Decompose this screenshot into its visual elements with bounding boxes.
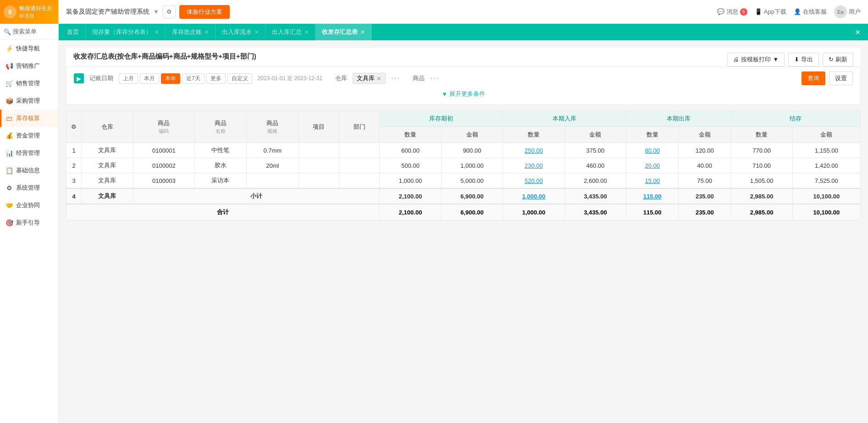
date-btn-this-year[interactable]: 本年 <box>161 73 180 84</box>
col-opening-amt-header: 金额 <box>441 127 503 143</box>
date-btn-7days[interactable]: 近7天 <box>182 73 205 84</box>
col-settings-header[interactable]: ⚙ <box>66 111 82 143</box>
goods-more-btn[interactable]: ··· <box>430 74 439 82</box>
col-warehouse-header: 仓库 <box>82 111 133 143</box>
dropdown-arrow-icon: ▼ <box>153 8 159 15</box>
col-opening-qty-header: 数量 <box>380 127 441 143</box>
top-header: 装备及固定资产辅助管理系统 ▼ ⚙ 体验行业方案 💬 消息 6 📱 App下载 … <box>59 0 868 24</box>
table-row: 3 文具库 0100003 采访本 1,000.00 5,000.00 520.… <box>66 173 861 189</box>
sidebar-item-operation[interactable]: 📊 经营管理 <box>0 144 58 162</box>
refresh-icon: ↻ <box>829 56 834 63</box>
purchase-icon: 📦 <box>5 97 13 105</box>
row-closing-qty: 710.00 <box>731 158 792 173</box>
col-period-in-header: 本期入库 <box>503 111 626 127</box>
filter-collapse-btn[interactable]: ▶ <box>74 73 84 83</box>
config-button[interactable]: ⚙ <box>163 5 176 18</box>
sidebar-item-quick-nav[interactable]: ⚡ 快捷导航 <box>0 40 58 57</box>
row-in-qty[interactable]: 230.00 <box>503 158 564 173</box>
sidebar-item-system[interactable]: ⚙ 系统管理 <box>0 179 58 197</box>
warehouse-filter-tag[interactable]: 文具库 ✕ <box>353 73 386 84</box>
col-department-header: 部门 <box>339 111 380 143</box>
sidebar-item-enterprise[interactable]: 🤝 企业协同 <box>0 197 58 214</box>
tab-close-inventory-dist[interactable]: ✕ <box>155 29 159 35</box>
sidebar-item-sales[interactable]: 🛒 销售管理 <box>0 75 58 92</box>
tab-batch[interactable]: 库存批次账 ✕ <box>166 24 216 40</box>
sidebar-nav: ⚡ 快捷导航 📢 营销推广 🛒 销售管理 📦 采购管理 🗃 库存核算 💰 资金管… <box>0 40 58 423</box>
tab-recv-send-summary[interactable]: 收发存汇总表 ✕ <box>315 24 371 40</box>
online-service-button[interactable]: 👤 在线客服 <box>794 8 827 16</box>
col-settings-icon[interactable]: ⚙ <box>71 123 77 130</box>
col-closing-amt-header: 金额 <box>792 127 860 143</box>
sidebar-item-marketing[interactable]: 📢 营销推广 <box>0 57 58 75</box>
messages-button[interactable]: 💬 消息 6 <box>717 8 747 16</box>
row-in-qty[interactable]: 250.00 <box>503 143 564 158</box>
subtotal-no: 4 <box>66 188 82 204</box>
user-menu[interactable]: Ea 用户 <box>834 5 861 18</box>
sidebar-item-basic-info[interactable]: 📋 基础信息 <box>0 162 58 179</box>
row-closing-amt: 7,525.00 <box>792 173 860 189</box>
row-out-qty[interactable]: 15.00 <box>626 173 679 189</box>
expand-conditions-btn[interactable]: ▼ 展开更多条件 <box>74 88 853 100</box>
col-closing-header: 结存 <box>731 111 861 127</box>
avatar: Ea <box>834 5 847 18</box>
subtotal-closing-qty: 2,985.00 <box>731 188 792 204</box>
print-button[interactable]: 🖨 按模板打印 ▼ <box>727 53 785 66</box>
tab-inventory-dist[interactable]: 现存量（库存分布表） ✕ <box>86 24 166 40</box>
sidebar-item-purchase[interactable]: 📦 采购管理 <box>0 92 58 110</box>
tab-close-inout-summary[interactable]: ✕ <box>304 29 309 35</box>
date-btn-last-month[interactable]: 上月 <box>119 73 138 84</box>
sidebar: 6 畅捷通好生意 标准版 🔍 搜索菜单 ⚡ 快捷导航 📢 营销推广 🛒 销售管理… <box>0 0 59 423</box>
operation-icon: 📊 <box>5 149 13 157</box>
total-opening-amt: 6,900.00 <box>441 204 503 220</box>
subtotal-in-qty[interactable]: 1,000.00 <box>503 188 564 204</box>
warehouse-tag-close[interactable]: ✕ <box>376 75 381 82</box>
tab-bar: 首页 现存量（库存分布表） ✕ 库存批次账 ✕ 出入库流水 ✕ 出入库汇总 ✕ … <box>59 24 868 40</box>
total-row: 合计 2,100.00 6,900.00 1,000.00 3,435.00 1… <box>66 204 861 220</box>
tab-home[interactable]: 首页 <box>61 24 86 40</box>
basic-info-icon: 📋 <box>5 166 13 175</box>
finance-icon: 💰 <box>5 132 13 140</box>
tab-close-recv-send[interactable]: ✕ <box>360 29 365 35</box>
sidebar-item-inventory[interactable]: 🗃 库存核算 <box>0 110 58 127</box>
goods-label: 商品 <box>413 74 425 82</box>
row-in-amt: 375.00 <box>564 143 626 158</box>
app-download-button[interactable]: 📱 App下载 <box>755 8 786 16</box>
total-closing-qty: 2,985.00 <box>731 204 792 220</box>
subtotal-warehouse: 文具库 <box>82 188 133 204</box>
date-btn-more[interactable]: 更多 <box>206 73 226 84</box>
tab-inout-summary[interactable]: 出入库汇总 ✕ <box>265 24 315 40</box>
row-in-qty[interactable]: 520.00 <box>503 173 564 189</box>
enterprise-icon: 🤝 <box>5 201 13 209</box>
service-icon: 👤 <box>794 8 801 15</box>
query-button[interactable]: 查询 <box>802 71 825 85</box>
refresh-button[interactable]: ↻ 刷新 <box>823 53 853 66</box>
date-label: 记账日期 <box>89 74 113 82</box>
tab-close-inout-flow[interactable]: ✕ <box>254 29 259 35</box>
row-opening-qty: 600.00 <box>380 143 441 158</box>
settings-button[interactable]: 设置 <box>829 71 853 85</box>
warehouse-more-btn[interactable]: ··· <box>391 74 400 82</box>
tab-close-batch[interactable]: ✕ <box>205 29 209 35</box>
col-out-amt-header: 金额 <box>679 127 731 143</box>
marketing-icon: 📢 <box>5 62 13 70</box>
app-logo: 6 畅捷通好生意 标准版 <box>0 0 58 24</box>
table-row: 2 文具库 0100002 胶水 20ml 500.00 1,000.00 23… <box>66 158 861 173</box>
system-dropdown[interactable]: ▼ <box>153 8 159 15</box>
tab-bar-close-all[interactable]: ✕ <box>849 28 866 37</box>
export-button[interactable]: ⬇ 导出 <box>788 53 819 66</box>
row-goods-code: 0100003 <box>133 173 194 189</box>
date-btn-this-month[interactable]: 本月 <box>140 73 159 84</box>
total-in-qty: 1,000.00 <box>503 204 564 220</box>
tab-inout-flow[interactable]: 出入库流水 ✕ <box>216 24 265 40</box>
date-btn-custom[interactable]: 自定义 <box>227 73 252 84</box>
row-closing-amt: 1,155.00 <box>792 143 860 158</box>
row-out-qty[interactable]: 20.00 <box>626 158 679 173</box>
row-out-qty[interactable]: 80.00 <box>626 143 679 158</box>
row-out-amt: 120.00 <box>679 143 731 158</box>
trial-button[interactable]: 体验行业方案 <box>179 5 230 19</box>
search-menu[interactable]: 🔍 搜索菜单 <box>0 24 58 40</box>
sidebar-item-finance[interactable]: 💰 资金管理 <box>0 127 58 144</box>
sidebar-item-guide[interactable]: 🎯 新手引导 <box>0 214 58 231</box>
row-department <box>339 173 380 189</box>
subtotal-out-qty[interactable]: 115.00 <box>626 188 679 204</box>
